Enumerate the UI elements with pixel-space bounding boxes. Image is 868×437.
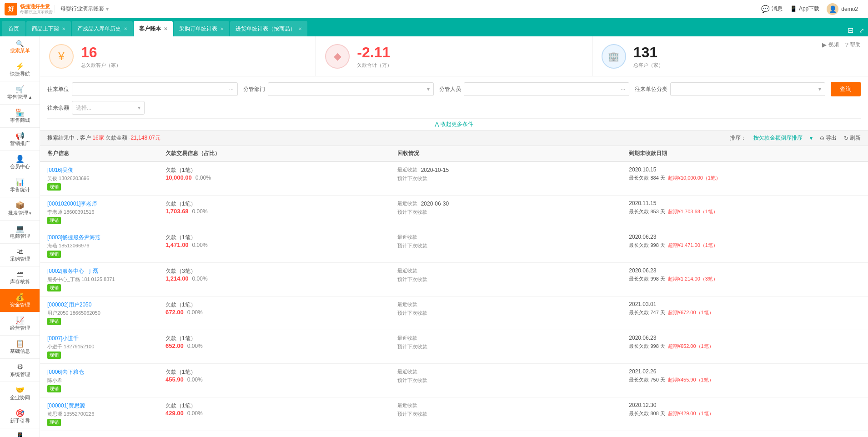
sidebar-item-inventory[interactable]: 🗃 库存核算 xyxy=(0,266,40,289)
customer-name-link[interactable]: [000002]用户2050 xyxy=(47,301,166,309)
customer-name-link[interactable]: [000001]黄思源 xyxy=(47,402,166,410)
filter-input-manager[interactable]: ··· xyxy=(464,82,630,96)
collapse-filter-btn[interactable]: ⋀ 收起更多条件 xyxy=(47,118,861,130)
next-collection: 预计下次收款 xyxy=(397,242,629,249)
tab-product-history[interactable]: 产成品入库单历史 ✕ xyxy=(72,21,133,36)
debt-amount[interactable]: 1,214.00 xyxy=(166,275,189,282)
tab-purchase-by-product[interactable]: 进货单统计表（按商品） ✕ xyxy=(230,21,307,36)
debt-amount[interactable]: 429.00 xyxy=(166,410,184,417)
stat-card-debt-total: ◆ -2.11 欠款合计（万） xyxy=(316,36,592,76)
fullscreen-btn[interactable]: ⤢ xyxy=(857,27,866,34)
user-avatar[interactable]: 👤 demo2 xyxy=(827,3,858,15)
debt-total-label: 欠款合计（万） xyxy=(357,62,392,69)
sidebar-item-batch-mgmt[interactable]: 📦 批发管理 ▾ xyxy=(0,197,40,221)
debt-amount[interactable]: 1,703.68 xyxy=(166,208,189,215)
customer-name-link[interactable]: [0003]畅捷服务尹海燕 xyxy=(47,234,166,241)
customer-name-link[interactable]: [0007]小进千 xyxy=(47,335,166,342)
search-icon: 🔍 xyxy=(2,40,38,47)
filter-label-3: 分管人员 xyxy=(439,85,461,93)
customer-tag: 现销 xyxy=(47,251,61,258)
sidebar-item-retail-stats[interactable]: 📊 零售统计 xyxy=(0,174,40,197)
video-btn[interactable]: ▶ 视频 xyxy=(822,41,839,49)
filter-input-vendor[interactable]: ··· xyxy=(72,82,238,96)
recovery-label: 最近收款 xyxy=(397,368,417,375)
customer-tag: 现销 xyxy=(47,419,61,426)
export-btn[interactable]: ⊙ 导出 xyxy=(820,134,837,142)
filter-select-category[interactable]: ▾ xyxy=(670,82,825,96)
overdue-text[interactable]: 超期¥1,214.00（3笔） xyxy=(668,276,718,282)
overdue-text[interactable]: 超期¥429.00（1笔） xyxy=(668,410,714,417)
tab-product-listing[interactable]: 商品上下架 ✕ xyxy=(26,21,71,36)
debt-count: 欠款（1笔） xyxy=(166,402,397,410)
recovery-label: 最近收款 xyxy=(397,335,417,342)
customer-name-link[interactable]: [0002]服务中心_丁磊 xyxy=(47,267,166,275)
sidebar-item-ecom[interactable]: 💻 电商管理 xyxy=(0,221,40,244)
filter-select-dept[interactable]: ▾ xyxy=(268,82,434,96)
message-btn[interactable]: 💬 消息 xyxy=(761,5,783,13)
sidebar-item-basic-info[interactable]: 📋 基础信息 xyxy=(0,336,40,359)
debt-percent: 0.00% xyxy=(192,242,208,248)
customer-name-link[interactable]: [0016]吴俊 xyxy=(47,166,166,174)
overdue-text[interactable]: 超期¥672.00（1笔） xyxy=(668,309,714,316)
app-center-icon: 📱 xyxy=(2,432,38,437)
tab-home[interactable]: 首页 xyxy=(2,21,25,36)
sidebar-item-purchase[interactable]: 🛍 采购管理 xyxy=(0,244,40,266)
close-icon-tab3[interactable]: ✕ xyxy=(164,26,167,31)
overdue-text[interactable]: 超期¥1,471.00（1笔） xyxy=(668,242,718,249)
customer-tag: 现销 xyxy=(47,284,61,291)
export-icon: ⊙ xyxy=(820,135,824,141)
tab-customer-ledger[interactable]: 客户账本 ✕ xyxy=(134,21,173,36)
store-selector[interactable]: 母婴行业演示账套 ▾ xyxy=(55,5,114,13)
sidebar-item-enterprise-collab[interactable]: 🤝 企业协同 xyxy=(0,382,40,405)
sidebar-item-marketing[interactable]: 📢 营销推广 xyxy=(0,128,40,151)
debt-count: 欠款（1笔） xyxy=(166,200,397,208)
overdue-text[interactable]: 超期¥1,703.68（1笔） xyxy=(668,208,718,215)
customer-name-link[interactable]: [0006]去下粮仓 xyxy=(47,368,166,376)
sidebar-item-member[interactable]: 👤 会员中心 xyxy=(0,151,40,174)
overdue-text[interactable]: 超期¥455.90（1笔） xyxy=(668,377,714,383)
debt-amount[interactable]: 652.00 xyxy=(166,342,184,349)
overdue-text[interactable]: 超期¥652.00（1笔） xyxy=(668,343,714,350)
collapse-tabs-btn[interactable]: ⊟ xyxy=(846,26,855,35)
sidebar-item-app-center[interactable]: 📱 应用中心 xyxy=(0,428,40,437)
sidebar-item-capital[interactable]: 💰 资金管理 xyxy=(0,289,40,312)
help-btn[interactable]: ? 帮助 xyxy=(845,41,861,49)
recovery-label: 最近收款 xyxy=(397,301,417,308)
customer-contact: 海燕 18513066976 xyxy=(47,242,166,249)
chevron-down-icon3: ▾ xyxy=(138,105,140,111)
sort-value[interactable]: 按欠款金额倒序排序 xyxy=(753,134,803,142)
debt-count: 欠款（3笔） xyxy=(166,267,397,275)
search-button[interactable]: 查询 xyxy=(831,82,861,96)
filter-select-balance[interactable]: 选择... ▾ xyxy=(72,101,145,115)
sidebar-item-quick-nav[interactable]: ⚡ 快捷导航 xyxy=(0,58,40,81)
close-icon-tab5[interactable]: ✕ xyxy=(298,26,302,31)
sidebar-item-system[interactable]: ⚙ 系统管理 xyxy=(0,359,40,382)
sidebar-item-operations[interactable]: 📈 经营管理 xyxy=(0,312,40,336)
close-icon-tab1[interactable]: ✕ xyxy=(62,26,65,31)
close-icon-tab4[interactable]: ✕ xyxy=(220,26,224,31)
debt-amount[interactable]: 10,000.00 xyxy=(166,174,192,181)
sidebar-item-retail-mall[interactable]: 🏪 零售商城 xyxy=(0,105,40,128)
ellipsis-icon2: ··· xyxy=(621,86,625,92)
debt-amount[interactable]: 455.90 xyxy=(166,376,184,383)
customer-contact: 黄思源 13552700226 xyxy=(47,411,166,417)
sidebar-search[interactable]: 🔍 搜索菜单 xyxy=(0,36,40,58)
sidebar-item-new-guide[interactable]: 🎯 新手引导 xyxy=(0,405,40,428)
overdue-text[interactable]: 超期¥10,000.00（1笔） xyxy=(668,175,721,181)
due-date: 2021.03.01 xyxy=(629,301,861,307)
debt-total-icon: ◆ xyxy=(325,44,350,69)
basic-info-icon: 📋 xyxy=(2,339,38,348)
app-download-btn[interactable]: 📱 App下载 xyxy=(790,5,819,13)
close-icon-tab2[interactable]: ✕ xyxy=(124,26,127,31)
chevron-down-icon2: ▾ xyxy=(818,86,821,92)
sidebar-item-retail-mgmt[interactable]: 🛒 零售管理 ▲ xyxy=(0,81,40,105)
help-icon: ? xyxy=(845,41,848,48)
debt-amount[interactable]: 672.00 xyxy=(166,309,184,316)
debt-amount[interactable]: 1,471.00 xyxy=(166,241,189,248)
tab-purchase-stats[interactable]: 采购订单统计表 ✕ xyxy=(174,21,229,36)
customer-name-link[interactable]: [0001020001]李老师 xyxy=(47,200,166,208)
next-collection: 预计下次收款 xyxy=(397,310,629,316)
debt-customers-number: 16 xyxy=(81,44,121,61)
debt-percent: 0.00% xyxy=(192,276,208,282)
refresh-btn[interactable]: ↻ 刷新 xyxy=(844,134,861,142)
